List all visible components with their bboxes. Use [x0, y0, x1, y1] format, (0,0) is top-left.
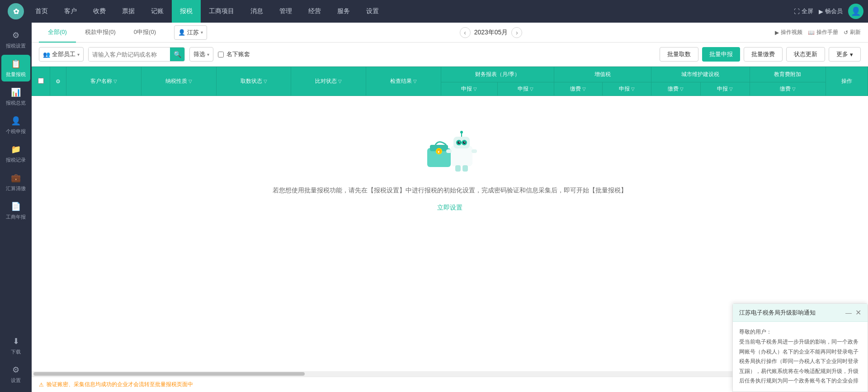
tax-records-icon: 📁	[10, 144, 21, 155]
financial-declare-filter[interactable]: 申报 ▽	[461, 85, 477, 93]
svg-point-13	[464, 142, 465, 143]
svg-rect-19	[462, 165, 468, 172]
city-pay-filter[interactable]: 缴费 ▽	[668, 85, 684, 93]
scrollbar-thumb[interactable]	[33, 372, 305, 376]
warning-icon: ⚠	[39, 382, 44, 388]
svg-point-15	[460, 131, 463, 134]
tax-settings-icon: ⚙	[10, 30, 21, 41]
bottom-bar-text: 验证账密、采集信息均成功的企业才会流转至批量报税页面中	[47, 381, 193, 388]
nav-customer[interactable]: 客户	[56, 0, 85, 23]
notification-panel: 江苏电子税务局升级影响通知 — ✕ 尊敬的用户： 受当前电子税务局进一步升级的影…	[732, 303, 868, 392]
sidebar-item-annual-report[interactable]: 📄 工商年报	[1, 197, 30, 224]
nav-manage[interactable]: 管理	[271, 0, 300, 23]
nav-home[interactable]: 首页	[27, 0, 56, 23]
tab-all[interactable]: 全部(0)	[39, 23, 76, 43]
batch-declare-btn[interactable]: 批量申报	[702, 47, 740, 62]
vat-label: 增值税	[594, 71, 611, 77]
batch-pay-btn[interactable]: 批量缴费	[744, 47, 783, 62]
sidebar-item-settlement[interactable]: 💼 汇算清缴	[1, 169, 30, 196]
region-selector[interactable]: 👤 江苏 ▾	[174, 25, 207, 40]
more-btn[interactable]: 更多 ▾	[829, 47, 861, 62]
sidebar-label-personal-tax: 个税申报	[6, 128, 26, 135]
logo[interactable]: ✿	[5, 0, 27, 23]
fullscreen-label: 全屏	[802, 7, 813, 15]
tab-tax-declare-label: 税款申报	[85, 28, 108, 36]
nav-bill[interactable]: 票据	[114, 0, 143, 23]
video-label: 操作视频	[781, 29, 802, 36]
fetch-status-label: 取数状态	[241, 77, 262, 85]
check-result-filter[interactable]: 检查结果 ▽	[390, 77, 417, 85]
tax-nature-label: 纳税性质	[165, 77, 187, 85]
sidebar-label-tax-overview: 报税总览	[6, 100, 26, 106]
filter-selector[interactable]: 筛选 ▾	[189, 47, 213, 62]
tab-zero-declare[interactable]: 0申报(0)	[125, 23, 165, 43]
employee-selector[interactable]: 👥 全部员工 ▾	[39, 47, 84, 62]
nav-business[interactable]: 工商项目	[201, 0, 242, 23]
tab-tax-declare[interactable]: 税款申报(0)	[76, 23, 125, 43]
svg-point-10	[458, 141, 460, 144]
batch-fetch-btn[interactable]: 批量取数	[660, 47, 698, 62]
sidebar-label-annual-report: 工商年报	[6, 214, 26, 220]
sidebar-item-settings[interactable]: ⚙ 设置	[1, 361, 30, 387]
account-checkbox-label[interactable]: 名下账套	[218, 50, 250, 58]
vat-pay-filter[interactable]: 缴费 ▽	[570, 85, 586, 93]
nav-tax[interactable]: 报税	[172, 0, 201, 23]
refresh-label: 刷新	[850, 29, 861, 36]
th-vat: 增值税	[554, 67, 651, 82]
edu-declare-filter[interactable]: 申报 ▽	[717, 85, 733, 93]
edu-pay-filter[interactable]: 缴费 ▽	[780, 85, 796, 93]
settlement-icon: 💼	[10, 172, 21, 183]
tax-nature-filter[interactable]: 纳税性质 ▽	[165, 77, 192, 85]
member-btn[interactable]: ▶ 畅会员	[819, 7, 843, 15]
sidebar-item-personal-tax[interactable]: 👤 个税申报	[1, 112, 30, 139]
setup-link[interactable]: 立即设置	[437, 204, 462, 212]
gear-icon[interactable]: ⚙	[56, 78, 61, 85]
notification-close-btn[interactable]: ✕	[855, 308, 861, 317]
fullscreen-icon: ⛶	[794, 8, 800, 15]
th-city-tax: 城市维护建设税	[651, 67, 750, 82]
employee-label: 全部员工	[52, 50, 75, 58]
nav-operation[interactable]: 经营	[300, 0, 329, 23]
prev-month-btn[interactable]: ‹	[460, 27, 471, 38]
next-month-btn[interactable]: ›	[511, 27, 522, 38]
refresh-btn[interactable]: ↺ 刷新	[844, 29, 861, 36]
minimize-btn[interactable]: —	[845, 309, 852, 316]
sidebar-item-download[interactable]: ⬇ 下载	[1, 332, 30, 359]
svg-rect-18	[455, 165, 461, 172]
sidebar-item-batch-tax[interactable]: 📋 批量报税	[1, 55, 30, 81]
account-checkbox[interactable]	[218, 52, 224, 57]
nav-accounting[interactable]: 记账	[143, 0, 172, 23]
nav-fee[interactable]: 收费	[85, 0, 114, 23]
search-button[interactable]: 🔍	[170, 47, 184, 62]
manual-btn[interactable]: 📖 操作手册	[808, 29, 838, 36]
empty-state-cell: ¥	[32, 96, 868, 239]
compare-status-filter[interactable]: 比对状态 ▽	[315, 77, 342, 85]
fullscreen-btn[interactable]: ⛶ 全屏	[794, 7, 813, 15]
fetch-status-filter[interactable]: 取数状态 ▽	[241, 77, 267, 85]
nav-right-area: ⛶ 全屏 ▶ 畅会员 👤	[794, 4, 863, 19]
select-all-checkbox[interactable]	[38, 78, 44, 84]
nav-message[interactable]: 消息	[242, 0, 271, 23]
th-compare-status: 比对状态 ▽	[291, 67, 366, 96]
vat-declare-filter[interactable]: 申报 ▽	[518, 85, 533, 93]
customer-filter[interactable]: 客户名称 ▽	[90, 77, 117, 85]
nav-settings[interactable]: 设置	[358, 0, 387, 23]
sidebar-item-tax-settings[interactable]: ⚙ 报税设置	[1, 26, 30, 53]
refresh-icon: ↺	[844, 29, 848, 36]
sidebar-label-batch-tax: 批量报税	[6, 71, 26, 78]
status-update-btn[interactable]: 状态更新	[786, 47, 825, 62]
sidebar-item-tax-records[interactable]: 📁 报税记录	[1, 140, 30, 167]
th-edu-declare: 申报 ▽	[700, 82, 750, 96]
sidebar: ⚙ 报税设置 📋 批量报税 📊 报税总览 👤 个税申报 📁 报税记录 💼 汇算清…	[0, 23, 32, 392]
sidebar-item-tax-overview[interactable]: 📊 报税总览	[1, 83, 30, 110]
th-check-result: 检查结果 ▽	[366, 67, 441, 96]
nav-service[interactable]: 服务	[329, 0, 358, 23]
th-city-declare: 申报 ▽	[603, 82, 651, 96]
user-avatar[interactable]: 👤	[848, 4, 863, 19]
video-btn[interactable]: ▶ 操作视频	[775, 29, 802, 36]
city-declare-filter[interactable]: 申报 ▽	[619, 85, 635, 93]
logo-icon: ✿	[8, 3, 24, 19]
batch-tax-icon: 📋	[10, 58, 21, 69]
th-financial-report: 财务报表（月/季）	[441, 67, 554, 82]
search-input[interactable]	[89, 48, 170, 61]
